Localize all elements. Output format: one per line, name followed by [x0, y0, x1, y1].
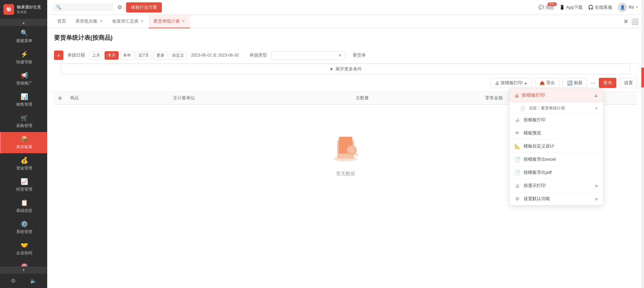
tab-home[interactable]: 首页: [53, 15, 71, 28]
tab-batch-account[interactable]: 库存批次账 ✕: [71, 15, 108, 28]
sidebar-logo: 畅 畅康通好生意 标准版: [0, 0, 47, 19]
sidebar-item-purchase[interactable]: 🛒 采购管理: [0, 111, 47, 132]
date-filter-label: 单据日期: [67, 52, 85, 58]
tab-receivable-summary[interactable]: 收发存汇总表 ✕: [108, 15, 149, 28]
dropdown-item-template-preview[interactable]: 👁 模板预览: [509, 127, 603, 140]
tab-batch-account-close[interactable]: ✕: [99, 19, 103, 24]
settings-btn[interactable]: 设置: [620, 78, 637, 88]
sidebar-item-finance[interactable]: 💰 资金管理: [0, 153, 47, 174]
sidebar-item-system[interactable]: ⚙️ 系统管理: [0, 217, 47, 238]
chevron-right-icon: »: [57, 53, 60, 58]
order-type-select[interactable]: ▼: [271, 51, 345, 60]
tab-expand-btn[interactable]: ⬜: [631, 18, 639, 25]
sidebar-item-label: 搜索菜单: [16, 38, 32, 44]
current-arrow-icon: ▼: [594, 106, 598, 111]
query-btn-label: 查询: [603, 80, 612, 86]
scroll-down-btn[interactable]: ▼: [0, 266, 47, 273]
experience-btn[interactable]: 体验行业方案: [126, 2, 162, 12]
export-pdf-icon: 📄: [514, 169, 520, 175]
sidebar-item-sales[interactable]: 📊 销售管理: [0, 90, 47, 111]
tab-batch-account-label: 库存批次账: [76, 18, 97, 24]
dropdown-item-export-excel[interactable]: 📄 按模板导出excel: [509, 153, 603, 166]
settings-footer-btn[interactable]: ⚙: [11, 278, 16, 284]
avatar: 👤: [618, 3, 627, 12]
collab-icon: 🤝: [21, 242, 28, 249]
dropdown-close-btn[interactable]: ▲: [593, 92, 598, 98]
order-goods-label: 要货单: [353, 52, 366, 58]
speaker-footer-btn[interactable]: 🔈: [30, 278, 37, 284]
sidebar-item-label: 经营管理: [16, 187, 32, 192]
query-btn[interactable]: 查询: [599, 78, 616, 88]
quick-nav-icon: ⚡: [21, 51, 28, 58]
dropdown-item-template-design[interactable]: 📐 模板自定义设计: [509, 140, 603, 153]
right-scrollbar[interactable]: [641, 0, 644, 288]
sidebar-item-guide[interactable]: 🎯 新手引导: [0, 259, 47, 266]
dropdown-title: 🖨 按模板打印: [514, 92, 545, 98]
dropdown-header: 🖨 按模板打印 ▲: [509, 89, 603, 102]
date-btn-this-month[interactable]: 本月: [105, 51, 119, 60]
tab-receivable-summary-close[interactable]: ✕: [141, 19, 144, 24]
date-btn-custom[interactable]: 自定义: [169, 51, 187, 60]
page-content: 要货单统计表(按商品) » 单据日期 上月 本月 本年 近7天 更多 自定义 2…: [47, 28, 644, 288]
tab-order-stats-close[interactable]: ✕: [182, 19, 185, 24]
display-print-arrow: ▶: [595, 183, 598, 188]
expand-icon: ▼: [329, 67, 334, 72]
scroll-up-btn[interactable]: ▲: [0, 19, 47, 26]
print-btn[interactable]: 🖨 按模板打印 ▲: [491, 78, 532, 88]
dropdown-item-template-print[interactable]: 🖨 按模板打印: [509, 114, 603, 127]
svg-rect-7: [341, 141, 346, 142]
dropdown-item-set-default[interactable]: ⚙ 设置默认功能 ▶: [509, 192, 603, 205]
col-product-label: 商品: [70, 95, 79, 100]
dropdown-item-export-pdf[interactable]: 📄 按模板导出pdf: [509, 166, 603, 179]
date-btn-more[interactable]: 更多: [153, 51, 168, 60]
sidebar-item-inventory[interactable]: 📦 库存核算: [0, 132, 47, 153]
sidebar-footer: ⚙ 🔈: [0, 273, 47, 288]
sidebar-item-label: 企业协同: [16, 250, 32, 256]
user-avatar-area[interactable]: 👤 Rit ▼: [618, 3, 639, 12]
app-logo-icon: 畅: [3, 4, 14, 15]
main-area: 🔍 ⚙ 体验行业方案 💬 消息 99+ 📱 App下载 🎧 在线客服 👤 Rit: [47, 0, 644, 288]
inventory-icon: 📦: [21, 135, 28, 143]
filter-expand-btn[interactable]: »: [54, 51, 63, 60]
set-default-arrow: ▶: [595, 196, 598, 201]
purchase-icon: 🛒: [21, 114, 28, 122]
date-btn-last-month[interactable]: 上月: [89, 51, 103, 60]
empty-state-icon: [329, 132, 362, 165]
col-quantity-label: 主数量: [356, 95, 369, 100]
sidebar-item-marketing[interactable]: 📢 营销推广: [0, 68, 47, 90]
sidebar-item-search[interactable]: 🔍 搜索菜单: [0, 26, 47, 47]
message-icon: 💬: [538, 5, 544, 10]
settings-btn-label: 设置: [624, 80, 633, 85]
sidebar-item-operation[interactable]: 📈 经营管理: [0, 174, 47, 196]
online-service-btn[interactable]: 🎧 在线客服: [588, 4, 612, 10]
tab-order-stats[interactable]: 要货单统计表 ✕: [149, 15, 190, 28]
date-btn-this-year[interactable]: 本年: [120, 51, 134, 60]
topbar-search-icon: 🔍: [56, 5, 61, 10]
page-header: 要货单统计表(按商品): [47, 28, 644, 42]
topbar-right: 💬 消息 99+ 📱 App下载 🎧 在线客服 👤 Rit ▼: [538, 3, 639, 12]
dropdown-title-text: 按模板打印: [522, 92, 545, 98]
tab-close-all-btn[interactable]: ✕: [623, 18, 628, 25]
refresh-btn[interactable]: 🔄 刷新: [563, 78, 587, 88]
scrollbar-thumb[interactable]: [641, 67, 644, 88]
search-nav-icon: 🔍: [21, 29, 28, 37]
messages-btn[interactable]: 💬 消息 99+: [538, 4, 554, 10]
page-title: 要货单统计表(按商品): [54, 34, 637, 42]
app-download-btn[interactable]: 📱 App下载: [559, 4, 583, 10]
more-options-btn[interactable]: ···: [590, 79, 595, 87]
tab-receivable-summary-label: 收发存汇总表: [112, 18, 139, 24]
dropdown-item-display-print[interactable]: 🖨 按显示打印 ▶: [509, 179, 603, 192]
set-default-label: 设置默认功能: [524, 196, 592, 202]
settings-col-icon[interactable]: ⚙: [58, 96, 62, 101]
empty-text: 暂无数据: [336, 171, 355, 177]
topbar-search-input[interactable]: [63, 5, 104, 10]
headset-icon: 🎧: [588, 5, 593, 10]
export-btn[interactable]: 📤 导出: [535, 78, 559, 88]
sidebar-item-basic[interactable]: 📋 基础信息: [0, 196, 47, 217]
expand-more-btn[interactable]: ▼ 展开更多条件: [61, 64, 631, 74]
sidebar-item-label: 营销推广: [16, 81, 32, 86]
sidebar-item-collab[interactable]: 🤝 企业协同: [0, 238, 47, 259]
topbar-gear-btn[interactable]: ⚙: [117, 4, 122, 10]
date-btn-last-7-days[interactable]: 近7天: [136, 51, 152, 60]
sidebar-item-quick-nav[interactable]: ⚡ 快捷导航: [0, 47, 47, 68]
